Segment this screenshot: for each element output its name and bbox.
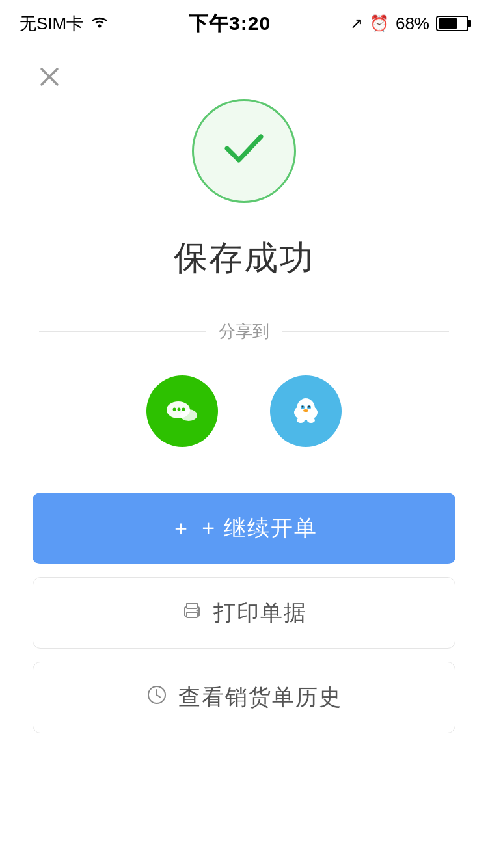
print-label: 打印单据 bbox=[213, 598, 307, 628]
checkmark-icon bbox=[218, 121, 270, 182]
battery-percent: 68% bbox=[396, 14, 429, 34]
plus-icon: ＋ bbox=[170, 514, 191, 543]
svg-point-17 bbox=[303, 409, 308, 412]
status-bar: 无SIM卡 下午3:20 ↗ ⏰ 68% bbox=[0, 0, 488, 47]
success-icon-circle bbox=[192, 99, 296, 203]
share-label: 分享到 bbox=[219, 320, 269, 343]
print-icon bbox=[181, 599, 203, 627]
divider-left bbox=[39, 331, 206, 332]
success-title: 保存成功 bbox=[174, 236, 314, 281]
status-time: 下午3:20 bbox=[189, 10, 271, 37]
share-divider: 分享到 bbox=[39, 320, 449, 343]
wechat-share-button[interactable] bbox=[146, 375, 218, 447]
history-button[interactable]: 查看销货单历史 bbox=[33, 662, 455, 733]
svg-point-10 bbox=[294, 405, 318, 420]
battery-icon bbox=[436, 16, 468, 31]
svg-point-0 bbox=[98, 24, 102, 27]
status-right: ↗ ⏰ 68% bbox=[350, 14, 468, 34]
print-button[interactable]: 打印单据 bbox=[33, 577, 455, 649]
alarm-icon: ⏰ bbox=[370, 14, 389, 33]
close-button[interactable] bbox=[30, 57, 69, 96]
svg-line-24 bbox=[157, 695, 161, 698]
wifi-icon bbox=[90, 14, 109, 34]
location-icon: ↗ bbox=[350, 14, 363, 33]
svg-point-21 bbox=[197, 610, 198, 612]
share-icons-row bbox=[39, 375, 449, 447]
main-content: 保存成功 分享到 bbox=[0, 47, 488, 733]
divider-right bbox=[282, 331, 449, 332]
carrier-label: 无SIM卡 bbox=[20, 12, 83, 35]
continue-label: + 继续开单 bbox=[202, 513, 317, 543]
svg-rect-20 bbox=[187, 612, 197, 617]
share-section: 分享到 bbox=[0, 320, 488, 447]
qq-share-button[interactable] bbox=[270, 375, 342, 447]
clock-icon bbox=[146, 684, 168, 711]
svg-point-16 bbox=[308, 406, 310, 408]
svg-point-11 bbox=[297, 418, 305, 423]
svg-point-12 bbox=[307, 418, 315, 423]
svg-rect-19 bbox=[187, 603, 197, 608]
history-label: 查看销货单历史 bbox=[178, 683, 342, 712]
action-buttons: ＋ + 继续开单 打印单据 bbox=[0, 493, 488, 733]
status-left: 无SIM卡 bbox=[20, 12, 109, 35]
continue-button[interactable]: ＋ + 继续开单 bbox=[33, 493, 455, 564]
svg-point-15 bbox=[302, 406, 304, 408]
